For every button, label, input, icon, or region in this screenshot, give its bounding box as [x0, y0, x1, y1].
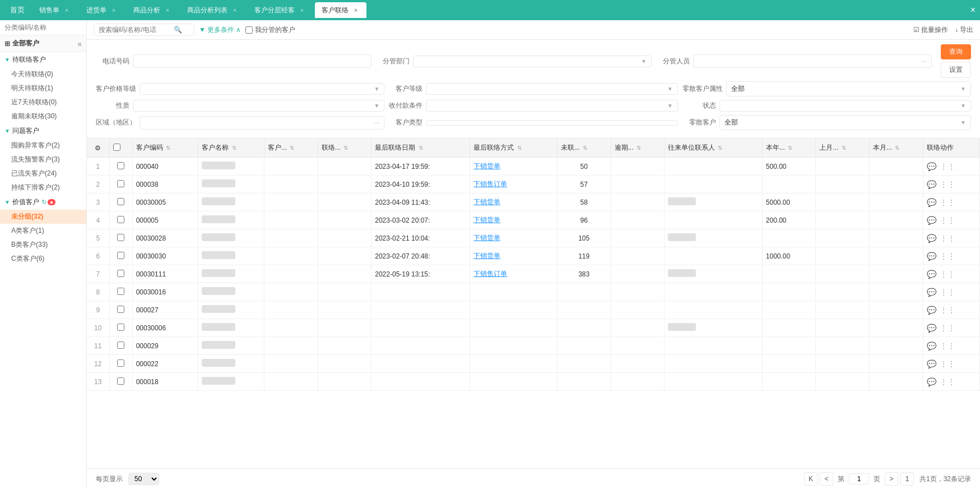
row-checkbox[interactable]: [109, 176, 132, 193]
sidebar-search[interactable]: 🔍: [0, 20, 86, 35]
row-checkbox[interactable]: [109, 319, 132, 337]
region-select[interactable]: ···: [140, 116, 384, 130]
more-action-icon[interactable]: ⋮⋮: [940, 359, 955, 368]
row-last-method[interactable]: [470, 337, 558, 355]
row-checkbox[interactable]: [109, 283, 132, 301]
row-last-method[interactable]: [470, 319, 558, 337]
status-select[interactable]: ▼: [719, 100, 971, 112]
sidebar-search-input[interactable]: [4, 24, 87, 31]
contact-action-icon[interactable]: 💬: [927, 198, 936, 207]
more-action-icon[interactable]: ⋮⋮: [940, 180, 955, 189]
sidebar-item-declining[interactable]: 持续下滑客户(2): [0, 181, 86, 195]
sidebar-item-churned[interactable]: 已流失客户(24): [0, 167, 86, 181]
row-checkbox[interactable]: [109, 158, 132, 176]
nav-tab-customer-tier[interactable]: 客户分层经客 ×: [248, 2, 313, 18]
more-action-icon[interactable]: ⋮⋮: [940, 324, 955, 333]
sidebar-all-customers-header[interactable]: ⊞ 全部客户 «: [0, 35, 86, 52]
sidebar-item-class-c[interactable]: C类客户(6): [0, 252, 86, 266]
my-customers-filter[interactable]: 我分管的客户: [245, 25, 295, 35]
retail-attr-select[interactable]: 全部 ▼: [726, 81, 971, 96]
nav-tab-customer-contact[interactable]: 客户联络 ×: [315, 2, 366, 18]
search-input[interactable]: [99, 26, 171, 34]
row-checkbox[interactable]: [109, 229, 132, 247]
last-method-link[interactable]: 下销售订单: [473, 270, 507, 278]
sidebar-item-unassigned[interactable]: 未分组(32): [0, 210, 86, 224]
query-btn[interactable]: 查询: [941, 44, 971, 59]
more-action-icon[interactable]: ⋮⋮: [940, 288, 955, 297]
more-action-icon[interactable]: ⋮⋮: [940, 162, 955, 171]
row-checkbox[interactable]: [109, 193, 132, 211]
type-col-header[interactable]: 客户... ⇅: [264, 139, 318, 158]
batch-operations-btn[interactable]: ☑ 批量操作: [913, 25, 948, 35]
more-action-icon[interactable]: ⋮⋮: [940, 342, 955, 350]
row-last-method[interactable]: 下销货单: [470, 158, 558, 176]
last-method-col-header[interactable]: 最后联络方式 ⇅: [470, 139, 558, 158]
row-last-method[interactable]: 下销货单: [470, 193, 558, 211]
more-action-icon[interactable]: ⋮⋮: [940, 216, 955, 225]
this-month-col-header[interactable]: 本月... ⇅: [869, 139, 923, 158]
contact-action-icon[interactable]: 💬: [927, 270, 936, 279]
nature-select[interactable]: ▼: [133, 100, 384, 112]
last-method-link[interactable]: 下销售订单: [473, 180, 507, 188]
more-conditions-btn[interactable]: ▼ 更多条件 ∧: [199, 25, 241, 35]
last-method-link[interactable]: 下销货单: [473, 216, 500, 224]
sidebar-value-group[interactable]: ▼ 价值客户 ↻ ●: [0, 195, 86, 210]
contact-action-icon[interactable]: 💬: [927, 234, 936, 243]
no-contact-col-header[interactable]: 未联... ⇅: [557, 139, 611, 158]
my-customers-checkbox[interactable]: [245, 26, 253, 34]
last-method-link[interactable]: 下销货单: [473, 198, 500, 206]
more-action-icon[interactable]: ⋮⋮: [940, 252, 955, 261]
checkbox-col-header[interactable]: [109, 139, 132, 158]
manager-select[interactable]: ···: [693, 54, 932, 68]
nav-tab-customer-contact-close[interactable]: ×: [352, 6, 360, 14]
nav-tab-sales[interactable]: 销售单 ×: [32, 2, 77, 18]
contact-action-icon[interactable]: 💬: [927, 359, 936, 368]
nav-home[interactable]: 首页: [4, 5, 30, 15]
more-action-icon[interactable]: ⋮⋮: [940, 234, 955, 243]
row-checkbox[interactable]: [109, 373, 132, 391]
first-page-btn[interactable]: K: [804, 472, 818, 486]
more-action-icon[interactable]: ⋮⋮: [940, 306, 955, 315]
contact-action-icon[interactable]: 💬: [927, 252, 936, 261]
last-method-link[interactable]: 下销货单: [473, 162, 500, 170]
last-date-col-header[interactable]: 最后联络日期 ⇅: [371, 139, 470, 158]
contact-action-icon[interactable]: 💬: [927, 342, 936, 350]
row-last-method[interactable]: [470, 283, 558, 301]
nav-tab-purchase-close[interactable]: ×: [110, 6, 118, 14]
contact-action-icon[interactable]: 💬: [927, 180, 936, 189]
last-page-btn[interactable]: 1: [900, 472, 914, 486]
nav-tab-product-list-close[interactable]: ×: [231, 6, 239, 14]
row-last-method[interactable]: 下销货单: [470, 247, 558, 265]
sidebar-item-7day-pending[interactable]: 近7天待联络(0): [0, 95, 86, 109]
row-checkbox[interactable]: [109, 301, 132, 319]
nav-tab-purchase[interactable]: 进货单 ×: [80, 2, 124, 18]
settings-col-header[interactable]: ⚙: [87, 139, 109, 158]
contact-action-icon[interactable]: 💬: [927, 324, 936, 333]
sidebar-pending-group[interactable]: ▼ 待联络客户: [0, 52, 86, 67]
page-input[interactable]: [849, 473, 869, 485]
contact-col-header[interactable]: 联络... ⇅: [318, 139, 371, 158]
row-last-method[interactable]: 下销货单: [470, 211, 558, 229]
payment-select[interactable]: ▼: [426, 100, 677, 112]
contact-action-icon[interactable]: 💬: [927, 216, 936, 225]
name-col-header[interactable]: 客户名称 ⇅: [198, 139, 264, 158]
nav-tab-product-list[interactable]: 商品分析列表 ×: [180, 2, 245, 18]
row-checkbox[interactable]: [109, 265, 132, 283]
contact-person-col-header[interactable]: 往来单位联系人 ⇅: [665, 139, 763, 158]
nav-tab-customer-tier-close[interactable]: ×: [298, 6, 306, 14]
sidebar-problem-group[interactable]: ▼ 问题客户: [0, 123, 86, 139]
sidebar-item-class-a[interactable]: A类客户(1): [0, 224, 86, 238]
nav-tab-product-analysis[interactable]: 商品分析 ×: [127, 2, 178, 18]
row-checkbox[interactable]: [109, 247, 132, 265]
reset-btn[interactable]: 设置: [941, 62, 971, 78]
nav-tab-sales-close[interactable]: ×: [63, 6, 71, 14]
row-last-method[interactable]: [470, 301, 558, 319]
price-level-select[interactable]: ▼: [140, 83, 384, 95]
prev-page-btn[interactable]: <: [820, 472, 833, 486]
row-checkbox[interactable]: [109, 355, 132, 373]
sidebar-item-tomorrow-pending[interactable]: 明天待联络(1): [0, 81, 86, 95]
row-last-method[interactable]: [470, 373, 558, 391]
row-last-method[interactable]: [470, 355, 558, 373]
refresh-icon[interactable]: ↻: [41, 199, 47, 206]
row-last-method[interactable]: 下销售订单: [470, 265, 558, 283]
